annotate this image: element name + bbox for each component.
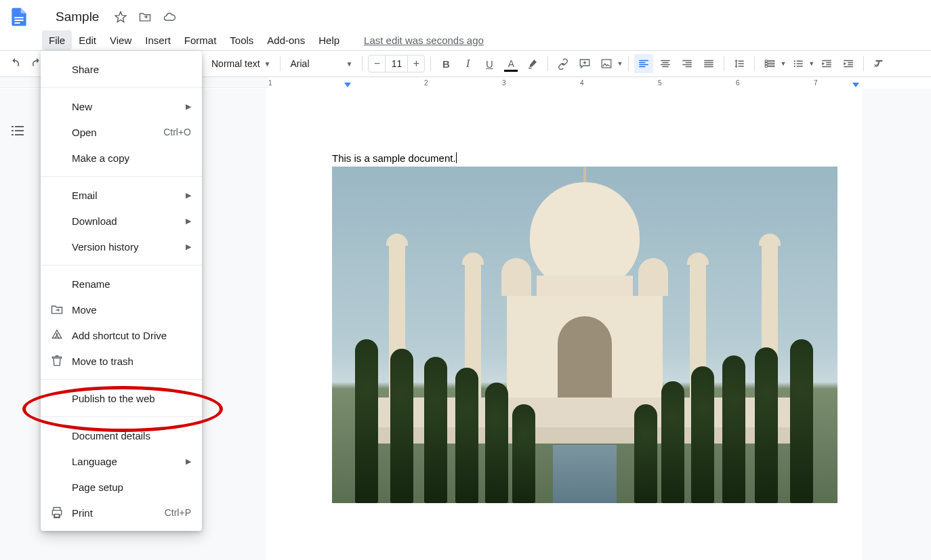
svg-point-6 xyxy=(794,66,795,67)
italic-button[interactable]: I xyxy=(458,54,477,73)
toolbar-separator xyxy=(724,56,724,71)
bulleted-list-button[interactable] xyxy=(789,54,808,73)
decrease-indent-button[interactable] xyxy=(817,54,836,73)
caret-down-icon[interactable]: ▼ xyxy=(808,60,814,67)
align-justify-button[interactable] xyxy=(699,54,718,73)
submenu-caret-icon: ▶ xyxy=(186,242,191,251)
menu-item-share[interactable]: Share xyxy=(41,56,202,82)
svg-point-4 xyxy=(794,60,795,62)
text-color-button[interactable]: A xyxy=(501,54,520,73)
ruler-tick: 7 xyxy=(814,79,818,87)
docs-logo[interactable] xyxy=(5,1,33,33)
menu-item-move-trash[interactable]: Move to trash xyxy=(41,348,202,374)
toolbar-separator xyxy=(362,56,363,71)
menu-divider xyxy=(41,176,202,177)
ruler-tick: 3 xyxy=(502,79,506,87)
ruler-tick: 1 xyxy=(268,79,272,87)
menu-divider xyxy=(41,265,202,265)
increase-indent-button[interactable] xyxy=(839,54,858,73)
document-text: This is a sample document. xyxy=(332,152,456,164)
file-dropdown-menu: Share New▶ OpenCtrl+O Make a copy Email▶… xyxy=(41,51,202,531)
insert-comment-button[interactable] xyxy=(575,54,594,73)
caret-down-icon[interactable]: ▼ xyxy=(617,60,623,67)
menu-item-document-details[interactable]: Document details xyxy=(41,423,202,448)
menu-help[interactable]: Help xyxy=(312,30,346,50)
svg-rect-3 xyxy=(602,60,612,68)
toolbar-separator xyxy=(628,56,629,71)
menu-item-rename[interactable]: Rename xyxy=(41,271,202,297)
menu-insert[interactable]: Insert xyxy=(138,30,178,50)
font-family-label: Arial xyxy=(290,58,309,69)
menu-edit[interactable]: Edit xyxy=(72,30,103,50)
bold-button[interactable]: B xyxy=(436,54,455,73)
menu-item-print[interactable]: PrintCtrl+P xyxy=(41,500,202,525)
ruler-tick: 5 xyxy=(658,79,662,87)
menu-item-page-setup[interactable]: Page setup xyxy=(41,474,202,500)
submenu-caret-icon: ▶ xyxy=(186,217,191,225)
svg-point-5 xyxy=(794,63,795,64)
ruler-indent-marker-left[interactable] xyxy=(344,83,351,87)
move-folder-icon[interactable] xyxy=(138,10,152,24)
ruler-tick: 4 xyxy=(580,79,584,87)
menu-file[interactable]: File xyxy=(42,30,72,50)
menu-item-make-copy[interactable]: Make a copy xyxy=(41,145,202,171)
ruler-tick: 2 xyxy=(424,79,428,87)
menu-item-add-shortcut[interactable]: Add shortcut to Drive xyxy=(41,322,202,348)
font-size-group: − + xyxy=(368,55,425,72)
highlight-button[interactable] xyxy=(523,54,542,73)
paragraph-style-select[interactable]: Normal text ▼ xyxy=(207,54,274,73)
menu-item-move[interactable]: Move xyxy=(41,297,202,322)
underline-button[interactable]: U xyxy=(480,54,499,73)
document-page[interactable]: This is a sample document. xyxy=(266,89,862,560)
document-outline-icon[interactable] xyxy=(9,123,26,139)
svg-rect-0 xyxy=(14,17,23,18)
menu-format[interactable]: Format xyxy=(178,30,224,50)
trash-icon xyxy=(50,354,64,368)
font-size-increase[interactable]: + xyxy=(408,56,424,72)
toolbar-separator xyxy=(280,56,281,71)
folder-move-icon xyxy=(50,303,64,316)
toolbar-separator xyxy=(863,56,864,71)
submenu-caret-icon: ▶ xyxy=(186,457,191,466)
cloud-status-icon[interactable] xyxy=(163,10,176,24)
align-left-button[interactable] xyxy=(634,54,653,73)
menu-item-open[interactable]: OpenCtrl+O xyxy=(41,119,202,145)
toolbar-separator xyxy=(547,56,548,71)
menu-item-language[interactable]: Language▶ xyxy=(41,448,202,474)
star-icon[interactable] xyxy=(114,10,127,24)
menu-view[interactable]: View xyxy=(103,30,138,50)
caret-down-icon[interactable]: ▼ xyxy=(780,60,786,67)
ruler-indent-marker-right[interactable] xyxy=(852,83,859,87)
font-family-select[interactable]: Arial ▼ xyxy=(286,54,356,73)
menu-divider xyxy=(41,379,202,380)
title-bar: Sample xyxy=(0,0,931,30)
line-spacing-button[interactable] xyxy=(730,54,749,73)
last-edit-link[interactable]: Last edit was seconds ago xyxy=(364,35,484,46)
print-icon xyxy=(50,506,64,519)
menu-item-download[interactable]: Download▶ xyxy=(41,208,202,234)
paragraph-style-label: Normal text xyxy=(211,58,260,69)
align-right-button[interactable] xyxy=(678,54,697,73)
font-size-input[interactable] xyxy=(385,56,408,72)
menu-item-version-history[interactable]: Version history▶ xyxy=(41,234,202,259)
left-sidebar xyxy=(0,89,35,560)
checklist-button[interactable] xyxy=(760,54,779,73)
caret-down-icon: ▼ xyxy=(264,60,271,68)
align-center-button[interactable] xyxy=(656,54,675,73)
insert-link-button[interactable] xyxy=(554,54,573,73)
document-image[interactable] xyxy=(332,167,837,503)
toolbar-separator xyxy=(754,56,755,71)
document-text-line[interactable]: This is a sample document. xyxy=(332,152,795,164)
clear-formatting-button[interactable] xyxy=(869,54,888,73)
document-title[interactable]: Sample xyxy=(51,8,103,26)
font-size-decrease[interactable]: − xyxy=(369,56,385,72)
menu-bar: File Edit View Insert Format Tools Add-o… xyxy=(0,30,931,50)
menu-item-publish-web[interactable]: Publish to the web xyxy=(41,385,202,411)
insert-image-button[interactable] xyxy=(597,54,616,73)
undo-button[interactable] xyxy=(5,54,24,73)
menu-addons[interactable]: Add-ons xyxy=(260,30,312,50)
menu-tools[interactable]: Tools xyxy=(223,30,260,50)
menu-item-new[interactable]: New▶ xyxy=(41,93,202,119)
svg-rect-2 xyxy=(14,22,20,24)
menu-item-email[interactable]: Email▶ xyxy=(41,182,202,208)
